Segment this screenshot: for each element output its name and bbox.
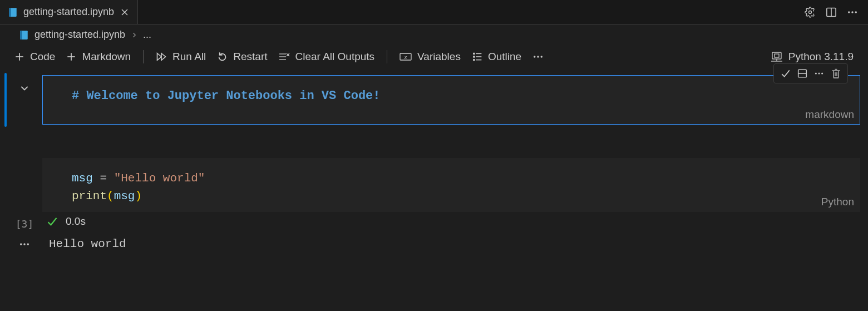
svg-point-47	[23, 243, 26, 245]
editor-area: getting-started.ipynb ... Code Markdown …	[0, 24, 868, 311]
success-check-icon	[47, 216, 58, 227]
notebook-icon	[8, 7, 18, 17]
clear-outputs-label: Clear All Outputs	[295, 51, 375, 63]
code-source[interactable]: msg = "Hello world" print(msg)	[72, 170, 843, 206]
separator	[143, 50, 144, 63]
chevron-right-icon	[131, 32, 137, 38]
chevron-down-icon[interactable]	[19, 78, 29, 93]
cell-output: Hello world	[4, 235, 860, 250]
code-editor-box[interactable]: msg = "Hello world" print(msg) Python	[42, 158, 860, 212]
markdown-editor-box[interactable]: # Welcome to Jupyter Notebooks in VS Cod…	[42, 75, 860, 125]
editor-actions	[805, 7, 868, 18]
check-icon[interactable]	[780, 67, 792, 80]
gear-icon[interactable]	[805, 7, 816, 18]
notebook-icon	[19, 30, 29, 40]
execution-count: [3]	[16, 218, 34, 230]
svg-point-46	[20, 243, 22, 245]
editor-tab[interactable]: getting-started.ipynb	[0, 0, 138, 24]
execution-duration: 0.0s	[66, 215, 86, 228]
svg-point-48	[27, 243, 29, 245]
breadcrumb[interactable]: getting-started.ipynb ...	[0, 24, 868, 45]
svg-point-33	[541, 56, 543, 58]
split-cell-icon[interactable]	[796, 67, 808, 80]
split-editor-icon[interactable]	[826, 7, 837, 18]
output-text[interactable]: Hello world	[42, 235, 126, 250]
markdown-source[interactable]: # Welcome to Jupyter Notebooks in VS Cod…	[72, 88, 843, 105]
run-all-button[interactable]: Run All	[151, 48, 210, 65]
add-code-button[interactable]: Code	[10, 48, 60, 65]
add-markdown-label: Markdown	[82, 51, 131, 63]
svg-point-32	[537, 56, 539, 58]
kernel-label: Python 3.11.9	[788, 51, 854, 63]
svg-rect-1	[9, 8, 11, 17]
svg-marker-16	[157, 53, 162, 61]
markdown-hash: #	[72, 89, 79, 103]
outline-label: Outline	[488, 51, 521, 63]
svg-point-31	[534, 56, 536, 58]
svg-point-41	[818, 72, 820, 74]
variables-label: Variables	[417, 51, 461, 63]
trash-icon[interactable]	[830, 67, 842, 80]
markdown-cell[interactable]: # Welcome to Jupyter Notebooks in VS Cod…	[4, 73, 860, 127]
variables-button[interactable]: x Variables	[395, 48, 465, 65]
restart-label: Restart	[233, 51, 267, 63]
code-line: print(msg)	[72, 187, 843, 206]
breadcrumb-rest: ...	[143, 29, 151, 41]
restart-button[interactable]: Restart	[213, 48, 272, 65]
svg-rect-35	[775, 54, 779, 57]
svg-point-9	[855, 11, 857, 13]
svg-text:x: x	[404, 55, 407, 60]
add-code-label: Code	[30, 51, 55, 63]
clear-outputs-button[interactable]: Clear All Outputs	[274, 48, 379, 65]
svg-point-29	[474, 60, 475, 61]
notebook-cells: # Welcome to Jupyter Notebooks in VS Cod…	[0, 73, 868, 250]
svg-point-42	[821, 72, 823, 74]
add-markdown-button[interactable]: Markdown	[62, 48, 135, 65]
code-cell[interactable]: [3] msg = "Hello world" print(msg) Pytho…	[4, 156, 860, 233]
cell-status-bar: 0.0s	[42, 212, 860, 231]
markdown-text: Welcome to Jupyter Notebooks in VS Code!	[79, 89, 380, 103]
breadcrumb-file: getting-started.ipynb	[34, 29, 125, 41]
kernel-picker-button[interactable]: Python 3.11.9	[766, 48, 858, 65]
cell-language-label[interactable]: markdown	[805, 108, 854, 121]
cell-language-label[interactable]: Python	[821, 196, 854, 208]
close-icon[interactable]	[120, 7, 130, 17]
notebook-toolbar: Code Markdown Run All Restart Clear All …	[0, 45, 868, 73]
run-all-label: Run All	[172, 51, 206, 63]
separator	[387, 50, 387, 63]
tab-title: getting-started.ipynb	[23, 6, 114, 18]
svg-point-7	[848, 11, 850, 13]
svg-point-4	[809, 11, 812, 13]
svg-point-25	[474, 53, 475, 54]
svg-point-27	[474, 56, 475, 57]
code-line: msg = "Hello world"	[72, 170, 843, 188]
outline-button[interactable]: Outline	[467, 48, 526, 65]
svg-rect-11	[20, 31, 22, 40]
more-icon[interactable]	[847, 7, 858, 18]
svg-point-40	[815, 72, 817, 74]
tab-bar: getting-started.ipynb	[0, 0, 868, 24]
svg-point-8	[851, 11, 854, 13]
svg-rect-34	[772, 52, 781, 59]
cell-toolbar	[773, 63, 848, 83]
more-icon[interactable]	[813, 67, 825, 80]
more-icon[interactable]	[19, 239, 30, 250]
toolbar-more-button[interactable]	[528, 49, 548, 65]
